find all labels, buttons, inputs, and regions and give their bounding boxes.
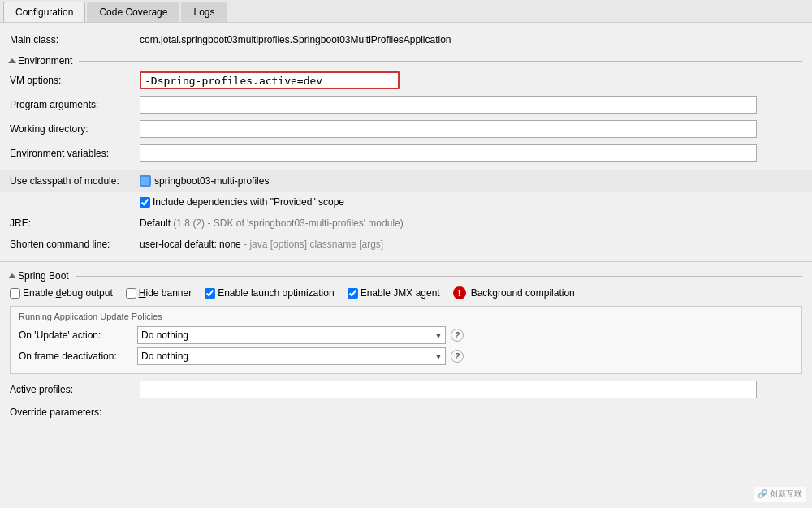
bottom-logo: 🔗 创新互联	[754, 487, 806, 502]
on-update-select[interactable]: Do nothingUpdate classes and resourcesHo…	[137, 326, 446, 344]
on-frame-help-icon[interactable]: ?	[451, 350, 464, 363]
on-frame-select-wrapper: Do nothingUpdate classes and resourcesHo…	[137, 347, 446, 365]
logo-icon: 🔗	[758, 489, 767, 498]
working-directory-control	[140, 120, 802, 138]
enable-jmx-item: Enable JMX agent	[348, 287, 440, 299]
env-variables-label: Environment variables:	[10, 148, 140, 159]
hide-banner-checkbox[interactable]	[126, 288, 136, 299]
active-profiles-control	[140, 381, 802, 398]
on-update-label: On 'Update' action:	[19, 329, 132, 341]
vm-options-label: VM options:	[10, 75, 140, 86]
shorten-control: user-local default: none - java [options…	[140, 239, 802, 250]
divider1	[0, 261, 812, 262]
shorten-text: user-local default: none - java [options…	[140, 239, 383, 250]
spring-boot-label: Spring Boot	[18, 270, 69, 282]
enable-jmx-checkbox[interactable]	[348, 288, 358, 299]
enable-debug-item: Enable debug output	[10, 287, 113, 299]
include-deps-label: Include dependencies with "Provided" sco…	[153, 196, 344, 208]
main-class-value: com.jotal.springboot03multiprofiles.Spri…	[140, 34, 802, 45]
tab-bar: Configuration Code Coverage Logs	[0, 0, 812, 23]
active-profiles-label: Active profiles:	[10, 384, 140, 395]
working-directory-label: Working directory:	[10, 123, 140, 135]
module-badge: springboot03-multi-profiles	[140, 175, 269, 187]
env-variables-row: Environment variables:	[0, 141, 812, 166]
program-arguments-input[interactable]	[140, 96, 757, 114]
hide-banner-underline: H	[139, 287, 146, 299]
env-variables-input[interactable]	[140, 144, 757, 162]
environment-section-header: Environment	[0, 50, 812, 68]
vm-input-wrapper	[140, 71, 802, 89]
program-arguments-row: Program arguments:	[0, 93, 812, 117]
main-class-label: Main class:	[10, 34, 140, 45]
shorten-value: user-local default: none	[140, 239, 241, 250]
jre-control: Default (1.8 (2) - SDK of 'springboot03-…	[140, 217, 802, 229]
working-directory-row: Working directory:	[0, 117, 812, 141]
section-divider	[79, 61, 802, 62]
main-class-row: Main class: com.jotal.springboot03multip…	[0, 29, 812, 50]
background-compilation-label: Background compilation	[471, 287, 575, 299]
enable-debug-underline: d	[56, 287, 62, 299]
environment-label: Environment	[18, 55, 72, 67]
include-deps-checkbox-item: Include dependencies with "Provided" sco…	[140, 196, 344, 208]
enable-jmx-label: Enable JMX agent	[361, 287, 440, 299]
include-deps-checkbox[interactable]	[140, 197, 150, 208]
working-directory-input[interactable]	[140, 120, 757, 138]
spring-collapse-icon[interactable]	[8, 273, 16, 278]
shorten-row: Shorten command line: user-local default…	[0, 234, 812, 255]
classpath-value: springboot03-multi-profiles	[154, 175, 269, 187]
on-frame-select[interactable]: Do nothingUpdate classes and resourcesHo…	[137, 347, 446, 365]
include-deps-row: Include dependencies with "Provided" sco…	[0, 192, 812, 213]
enable-launch-checkbox[interactable]	[205, 288, 215, 299]
env-variables-control	[140, 144, 802, 162]
shorten-label: Shorten command line:	[10, 239, 140, 250]
enable-debug-label: Enable debug output	[23, 287, 113, 299]
enable-launch-label: Enable launch optimization	[218, 287, 334, 299]
module-icon	[140, 175, 151, 187]
override-params-label: Override parameters:	[10, 407, 140, 418]
config-content: Main class: com.jotal.springboot03multip…	[0, 23, 812, 508]
hide-banner-label: Hide banner	[139, 287, 192, 299]
collapse-triangle-icon[interactable]	[8, 58, 16, 63]
on-update-help-icon[interactable]: ?	[451, 329, 464, 342]
update-policies-title: Running Application Update Policies	[19, 312, 793, 321]
spring-section-line	[76, 276, 802, 277]
enable-debug-checkbox[interactable]	[10, 288, 20, 299]
vm-options-input[interactable]	[140, 71, 400, 89]
on-update-select-wrapper: Do nothingUpdate classes and resourcesHo…	[137, 326, 446, 344]
jre-text: Default (1.8 (2) - SDK of 'springboot03-…	[140, 217, 404, 229]
logo-text: 创新互联	[770, 489, 802, 498]
tab-logs[interactable]: Logs	[181, 2, 227, 22]
spring-checkboxes-row: Enable debug output Hide banner Enable l…	[0, 283, 812, 303]
main-window: Configuration Code Coverage Logs Main cl…	[0, 0, 812, 508]
jre-default: Default	[140, 217, 171, 229]
on-update-row: On 'Update' action: Do nothingUpdate cla…	[19, 326, 793, 344]
vm-options-control	[140, 71, 802, 89]
main-class-text: com.jotal.springboot03multiprofiles.Spri…	[140, 34, 451, 45]
classpath-control: springboot03-multi-profiles	[140, 175, 802, 187]
jre-detail: (1.8 (2) - SDK of 'springboot03-multi-pr…	[171, 217, 404, 229]
on-frame-row: On frame deactivation: Do nothingUpdate …	[19, 347, 793, 365]
background-compilation-item: ! Background compilation	[453, 286, 575, 299]
classpath-label: Use classpath of module:	[10, 175, 140, 187]
update-policies-section: Running Application Update Policies On '…	[10, 306, 802, 374]
hide-banner-item: Hide banner	[126, 287, 192, 299]
program-arguments-label: Program arguments:	[10, 99, 140, 110]
on-frame-label: On frame deactivation:	[19, 351, 132, 362]
active-profiles-row: Active profiles:	[0, 377, 812, 402]
shorten-detail: - java [options] classname [args]	[241, 239, 383, 250]
tab-configuration[interactable]: Configuration	[3, 2, 85, 22]
error-icon: !	[453, 286, 466, 299]
active-profiles-input[interactable]	[140, 381, 757, 398]
program-arguments-control	[140, 96, 802, 114]
classpath-row: Use classpath of module: springboot03-mu…	[0, 170, 812, 192]
jre-row: JRE: Default (1.8 (2) - SDK of 'springbo…	[0, 213, 812, 234]
enable-launch-item: Enable launch optimization	[205, 287, 334, 299]
spring-boot-section-header: Spring Boot	[0, 265, 812, 283]
vm-options-row: VM options:	[0, 68, 812, 93]
spacer2	[0, 255, 812, 258]
override-params-row: Override parameters:	[0, 402, 812, 423]
jre-label: JRE:	[10, 217, 140, 229]
tab-code-coverage[interactable]: Code Coverage	[87, 2, 179, 22]
